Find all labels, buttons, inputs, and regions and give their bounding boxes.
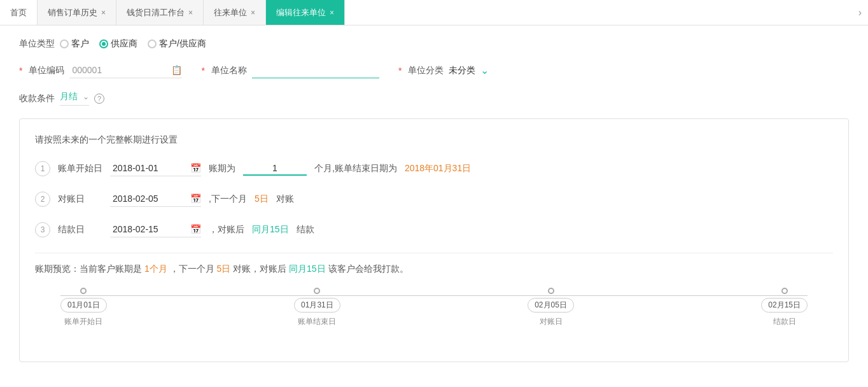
payment-terms-help-icon[interactable]: ? (94, 94, 104, 104)
unit-name-label: 单位名称 (211, 65, 247, 76)
unit-category-group: * 单位分类 未分类 ⌄ (398, 64, 489, 76)
timeline-node-4: 02月15日 结款日 (761, 288, 808, 327)
preview-mid: ，下一个月 (170, 264, 214, 274)
unit-category-value: 未分类 (449, 65, 475, 76)
panel-title: 请按照未来的一个完整帐期进行设置 (35, 134, 833, 146)
step-1-desc-prefix: 账期为 (209, 163, 235, 174)
timeline-badge-4: 02月15日 (761, 298, 808, 313)
preview-reconcile: 5日 (216, 264, 230, 274)
tab-cash-work-label: 钱货日清工作台 (127, 7, 185, 18)
timeline-node-start: 01月01日 账单开始日 (60, 288, 107, 327)
unit-name-star: * (201, 66, 204, 76)
step-3-date-wrap: 📅 (110, 223, 201, 237)
step-1-desc-suffix: 个月,账单结束日期为 (314, 163, 397, 174)
step-2-cal-icon[interactable]: 📅 (190, 194, 201, 204)
unit-info-row: * 单位编码 📋 * 单位名称 * 单位分类 未分类 ⌄ (19, 62, 849, 78)
main-content: 单位类型 客户 供应商 客户/供应商 * 单位编码 (0, 25, 868, 387)
timeline-node-3: 02月05日 对账日 (528, 288, 574, 327)
unit-category-dropdown[interactable]: 未分类 ⌄ (449, 64, 489, 76)
preview-bar: 账期预览：当前客户账期是 1个月 ，下一个月 5日 对账，对账后 同月15日 该… (35, 253, 833, 327)
unit-code-input[interactable] (69, 62, 171, 78)
timeline-label-1: 账单开始日 (64, 316, 102, 327)
step-2-row: 2 对账日 📅 ,下一个月5日 对账 (35, 192, 833, 207)
timeline-dot-4 (781, 288, 788, 294)
tab-home[interactable]: 首页 (0, 0, 38, 25)
step-2-number: 2 (35, 192, 50, 207)
tab-sales-history-close[interactable]: × (101, 8, 106, 17)
step-1-cal-icon[interactable]: 📅 (190, 163, 201, 173)
step-2-desc-2: 对账 (276, 194, 294, 205)
payment-terms-value: 月结 (60, 91, 78, 102)
radio-supplier[interactable]: 供应商 (99, 38, 137, 50)
step-1-number: 1 (35, 161, 50, 176)
radio-customer-label: 客户 (71, 38, 89, 50)
unit-code-input-wrap: 📋 (69, 62, 182, 78)
preview-payment: 同月15日 (289, 264, 326, 274)
payment-terms-label: 收款条件 (19, 93, 55, 104)
timeline-dot-2 (314, 288, 320, 294)
tab-home-label: 首页 (10, 7, 27, 18)
settings-panel: 请按照未来的一个完整帐期进行设置 1 账单开始日 📅 账期为 个月,账单结束日期… (19, 118, 849, 362)
unit-category-star: * (398, 66, 402, 76)
tab-bar: 首页 销售订单历史 × 钱货日清工作台 × 往来单位 × 编辑往来单位 × › (0, 0, 868, 25)
timeline: 01月01日 账单开始日 01月31日 账单结束日 02月05日 对账日 (60, 288, 808, 327)
tab-partners-label: 往来单位 (214, 7, 247, 18)
unit-name-input[interactable] (252, 62, 379, 78)
unit-code-icon[interactable]: 📋 (171, 65, 182, 75)
timeline-badge-2: 01月31日 (294, 298, 340, 313)
payment-terms-dropdown[interactable]: 月结 ⌄ (60, 91, 89, 106)
radio-customer[interactable]: 客户 (60, 38, 89, 50)
radio-group: 客户 供应商 客户/供应商 (60, 38, 206, 50)
tab-cash-work-close[interactable]: × (188, 8, 193, 17)
preview-label: 账期预览：当前客户账期是 (35, 264, 142, 274)
tab-sales-history[interactable]: 销售订单历史 × (38, 0, 116, 25)
timeline-badge-3: 02月05日 (528, 298, 574, 313)
timeline-badge-1: 01月01日 (60, 298, 107, 313)
tab-edit-partner[interactable]: 编辑往来单位 × (266, 0, 345, 25)
radio-both-label: 客户/供应商 (159, 38, 206, 50)
unit-type-label: 单位类型 (19, 38, 55, 50)
step-1-date-wrap: 📅 (110, 162, 201, 176)
step-1-period-input[interactable] (243, 162, 307, 176)
unit-type-group: 单位类型 客户 供应商 客户/供应商 (19, 38, 206, 50)
timeline-label-3: 对账日 (540, 316, 563, 327)
timeline-label-2: 账单结束日 (298, 316, 336, 327)
step-3-cal-icon[interactable]: 📅 (190, 224, 201, 234)
step-3-date-input[interactable] (110, 223, 186, 236)
preview-end: 该客户会给我打款。 (328, 264, 409, 274)
preview-period: 1个月 (144, 264, 167, 274)
step-1-label: 账单开始日 (58, 163, 102, 174)
step-3-label: 结款日 (58, 224, 102, 236)
tab-expand-button[interactable]: › (852, 0, 868, 25)
step-3-row: 3 结款日 📅 ，对账后 同月15日 结款 (35, 222, 833, 237)
preview-text: 账期预览：当前客户账期是 1个月 ，下一个月 5日 对账，对账后 同月15日 该… (35, 264, 833, 275)
payment-terms-arrow[interactable]: ⌄ (83, 92, 89, 101)
step-2-date-input[interactable] (110, 192, 186, 205)
tab-cash-work[interactable]: 钱货日清工作台 × (116, 0, 204, 25)
step-3-highlight: 同月15日 (252, 224, 289, 236)
payment-terms-group: 收款条件 月结 ⌄ ? (19, 91, 104, 106)
unit-code-group: * 单位编码 📋 (19, 62, 182, 78)
tab-partners[interactable]: 往来单位 × (204, 0, 266, 25)
radio-supplier-circle (99, 39, 108, 48)
radio-customer-circle (60, 39, 69, 48)
tab-edit-partner-label: 编辑往来单位 (276, 7, 326, 18)
step-1-date-input[interactable] (110, 162, 186, 174)
step-1-row: 1 账单开始日 📅 账期为 个月,账单结束日期为 2018年01月31日 (35, 161, 833, 176)
step-2-date-wrap: 📅 (110, 192, 201, 207)
unit-code-star: * (19, 66, 22, 76)
unit-name-group: * 单位名称 (201, 62, 379, 78)
unit-category-arrow[interactable]: ⌄ (480, 64, 489, 76)
radio-both[interactable]: 客户/供应商 (148, 38, 206, 50)
timeline-dot-1 (80, 288, 87, 294)
payment-terms-row: 收款条件 月结 ⌄ ? (19, 91, 849, 106)
step-3-desc-1: ，对账后 (209, 224, 244, 236)
timeline-dot-3 (548, 288, 554, 294)
step-1-end-date: 2018年01月31日 (405, 163, 471, 174)
tab-edit-partner-close[interactable]: × (330, 8, 334, 17)
tab-partners-close[interactable]: × (251, 8, 255, 17)
radio-supplier-label: 供应商 (111, 38, 137, 50)
unit-code-label: 单位编码 (29, 65, 64, 76)
step-3-desc-2: 结款 (297, 224, 314, 236)
unit-type-row: 单位类型 客户 供应商 客户/供应商 (19, 38, 849, 50)
